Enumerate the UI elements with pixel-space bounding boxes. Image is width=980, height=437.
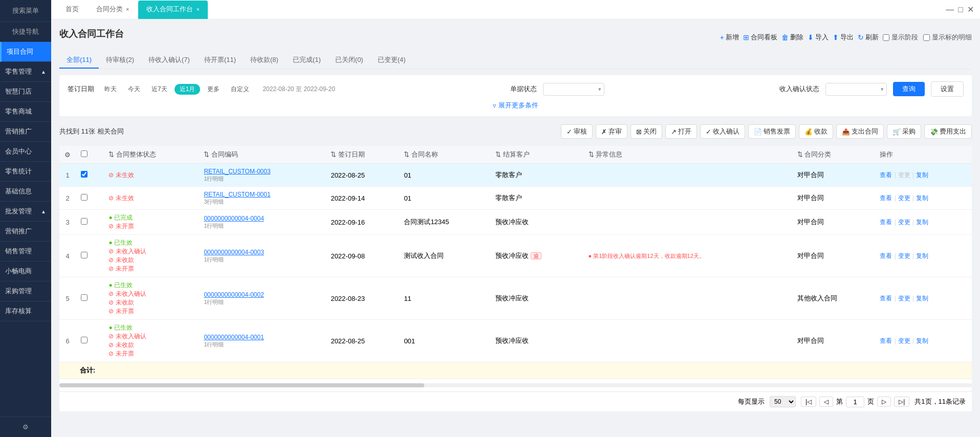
- sidebar-item-sales[interactable]: 销售管理: [0, 242, 51, 261]
- tab-close-income-workbench[interactable]: ×: [196, 6, 199, 12]
- toolbar-action-open[interactable]: ↗打开: [665, 124, 697, 139]
- col-header-checkbox[interactable]: [76, 146, 103, 164]
- contract-code-link-1[interactable]: RETAIL_CUSTOM-0001: [204, 191, 270, 198]
- toolbar-action-receipt[interactable]: 💰收款: [799, 124, 833, 139]
- action-复制-3[interactable]: 复制: [916, 252, 928, 260]
- header-action-add[interactable]: +新增: [720, 33, 739, 42]
- filter-tab-closed[interactable]: 已关闭(0): [328, 52, 371, 69]
- close-icon[interactable]: ✕: [967, 5, 974, 14]
- toolbar-action-purchase[interactable]: 🛒采购: [887, 124, 921, 139]
- filter-tab-completed[interactable]: 已完成(1): [286, 52, 328, 69]
- search-button[interactable]: 查询: [893, 82, 925, 96]
- action-变更-5[interactable]: 变更: [898, 337, 910, 345]
- date-option-today[interactable]: 今天: [124, 84, 144, 95]
- contract-code-link-2[interactable]: 0000000000004-0004: [204, 215, 264, 222]
- action-变更-2[interactable]: 变更: [898, 218, 910, 227]
- settings-button[interactable]: 设置: [931, 81, 964, 97]
- header-action-delete[interactable]: 🗑删除: [781, 33, 803, 42]
- sidebar-item-mktg2[interactable]: 营销推广: [0, 222, 51, 242]
- contract-code-link-0[interactable]: RETAIL_CUSTOM-0003: [204, 168, 270, 175]
- toolbar-action-payout[interactable]: 📤支出合同: [836, 124, 884, 139]
- action-查看-4[interactable]: 查看: [880, 294, 892, 303]
- checkbox-input-show-marks[interactable]: [923, 34, 930, 41]
- action-复制-0[interactable]: 复制: [916, 171, 928, 180]
- date-option-more[interactable]: 更多: [203, 84, 224, 95]
- date-option-last7[interactable]: 近7天: [147, 84, 171, 95]
- doc-status-select[interactable]: [543, 83, 604, 96]
- sidebar-item-member[interactable]: 会员中心: [0, 142, 51, 162]
- action-变更-3[interactable]: 变更: [898, 252, 910, 260]
- tab-income-workbench[interactable]: 收入合同工作台×: [138, 1, 207, 19]
- select-all-checkbox[interactable]: [81, 150, 88, 157]
- sidebar-item-purchase[interactable]: 采购管理: [0, 281, 51, 301]
- filter-tab-all[interactable]: 全部(11): [59, 52, 99, 69]
- row-checkbox-2[interactable]: [81, 218, 88, 225]
- action-查看-0[interactable]: 查看: [880, 171, 892, 180]
- filter-tab-changed[interactable]: 已变更(4): [371, 52, 413, 69]
- toolbar-action-review[interactable]: ✓审核: [561, 124, 593, 139]
- sidebar-search[interactable]: 搜索菜单: [0, 0, 51, 22]
- date-option-custom[interactable]: 自定义: [227, 84, 253, 95]
- header-action-export[interactable]: ⬆导出: [833, 33, 854, 42]
- sidebar-item-smartstore[interactable]: 智慧门店: [0, 82, 51, 102]
- checkbox-input-show-fields[interactable]: [883, 34, 889, 41]
- income-status-select[interactable]: [825, 83, 887, 96]
- minimize-icon[interactable]: —: [946, 5, 954, 14]
- tab-home[interactable]: 首页: [57, 1, 87, 19]
- page-input[interactable]: [846, 397, 864, 407]
- sidebar-item-xiaotan[interactable]: 小畅电商: [0, 261, 51, 281]
- row-checkbox-0[interactable]: [81, 171, 88, 178]
- filter-tab-pending-receipt[interactable]: 待收款(8): [243, 52, 286, 69]
- sidebar-settings[interactable]: ⚙: [0, 417, 51, 437]
- sidebar-item-retail[interactable]: 零售管理▲: [0, 62, 51, 82]
- action-复制-4[interactable]: 复制: [916, 294, 928, 303]
- sidebar-quicknav[interactable]: 快捷导航: [0, 22, 51, 42]
- checkbox-show-fields[interactable]: 显示阶段: [883, 33, 918, 42]
- per-page-select[interactable]: 102050100: [770, 396, 796, 407]
- sidebar-item-base[interactable]: 基础信息: [0, 182, 51, 202]
- expand-conditions-button[interactable]: ▿ 展开更多条件: [493, 101, 538, 110]
- sidebar-item-wholesale[interactable]: 批发管理▲: [0, 202, 51, 222]
- sidebar-item-marketing[interactable]: 营销推广: [0, 122, 51, 142]
- prev-page-button[interactable]: ◁: [819, 397, 833, 407]
- date-option-last1month[interactable]: 近1月: [175, 84, 201, 95]
- toolbar-action-expense[interactable]: 💸费用支出: [924, 124, 972, 139]
- sidebar-item-inventory[interactable]: 库存核算: [0, 301, 51, 321]
- header-action-kanban[interactable]: ⊞合同看板: [743, 33, 777, 42]
- scroll-track[interactable]: [59, 383, 972, 387]
- last-page-button[interactable]: ▷|: [894, 397, 909, 407]
- action-复制-5[interactable]: 复制: [916, 337, 928, 345]
- action-变更-4[interactable]: 变更: [898, 294, 910, 303]
- action-查看-3[interactable]: 查看: [880, 252, 892, 260]
- row-checkbox-3[interactable]: [81, 252, 88, 258]
- action-查看-5[interactable]: 查看: [880, 337, 892, 345]
- header-action-refresh[interactable]: ↻刷新: [858, 33, 879, 42]
- toolbar-action-close[interactable]: ⊠关闭: [630, 124, 662, 139]
- toolbar-action-abandon[interactable]: ✗弃审: [596, 124, 627, 139]
- sidebar-item-project[interactable]: 项目合同: [0, 42, 51, 62]
- row-checkbox-5[interactable]: [81, 337, 88, 343]
- tab-close-contract-category[interactable]: ×: [126, 6, 129, 12]
- date-option-yesterday[interactable]: 昨天: [100, 84, 121, 95]
- contract-code-link-4[interactable]: 0000000000004-0002: [204, 291, 264, 298]
- contract-code-link-5[interactable]: 0000000000004-0001: [204, 334, 264, 341]
- toolbar-action-income-confirm[interactable]: ✓收入确认: [700, 124, 745, 139]
- maximize-icon[interactable]: □: [958, 5, 963, 14]
- tab-contract-category[interactable]: 合同分类×: [88, 1, 137, 19]
- col-header-settings[interactable]: ⚙: [59, 146, 76, 164]
- filter-tab-pending-review[interactable]: 待审核(2): [99, 52, 141, 69]
- filter-tab-pending-invoice[interactable]: 待开票(11): [197, 52, 243, 69]
- scroll-thumb[interactable]: [59, 383, 424, 387]
- filter-tab-pending-confirm[interactable]: 待收入确认(7): [141, 52, 197, 69]
- sidebar-item-ecommerce[interactable]: 零售商城: [0, 102, 51, 122]
- action-查看-2[interactable]: 查看: [880, 218, 892, 227]
- action-复制-2[interactable]: 复制: [916, 218, 928, 227]
- action-变更-1[interactable]: 变更: [898, 194, 910, 203]
- first-page-button[interactable]: |◁: [801, 397, 816, 407]
- action-查看-1[interactable]: 查看: [880, 194, 892, 203]
- header-action-import[interactable]: ⬇导入: [808, 33, 829, 42]
- toolbar-action-sales-invoice[interactable]: 📄销售发票: [748, 124, 796, 139]
- checkbox-show-marks[interactable]: 显示标的明细: [923, 33, 972, 42]
- contract-code-link-3[interactable]: 0000000000004-0003: [204, 249, 264, 256]
- sidebar-item-stats[interactable]: 零售统计: [0, 162, 51, 182]
